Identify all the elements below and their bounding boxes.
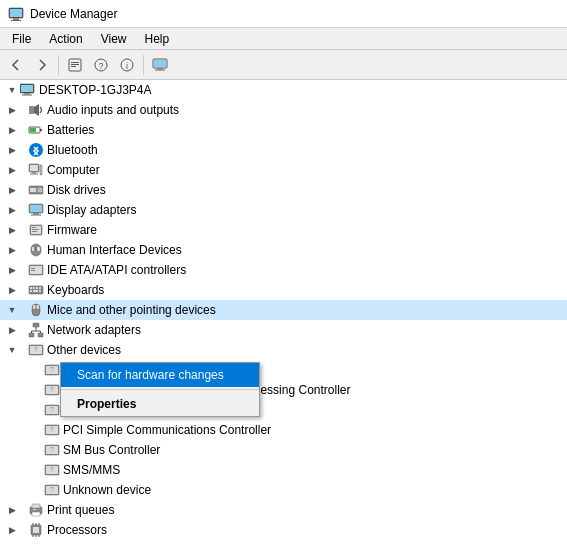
svg-rect-58 — [39, 287, 41, 289]
about-button[interactable]: i — [115, 53, 139, 77]
tree-audio[interactable]: ▶ Audio inputs and outputs — [0, 100, 567, 120]
app-icon — [8, 6, 24, 22]
tree-disk[interactable]: ▶ Disk drives — [0, 180, 567, 200]
sms-icon: ? — [44, 462, 60, 478]
mice-expand[interactable]: ▼ — [4, 302, 20, 318]
tree-keyboard[interactable]: ▶ Keyboards — [0, 280, 567, 300]
svg-rect-68 — [38, 333, 43, 337]
ide-expand[interactable]: ▶ — [4, 262, 20, 278]
menu-view[interactable]: View — [93, 30, 135, 48]
tree-ide[interactable]: ▶ IDE ATA/ATAPI controllers — [0, 260, 567, 280]
svg-rect-59 — [30, 290, 32, 292]
display-adapter-icon — [28, 202, 44, 218]
svg-rect-42 — [32, 227, 36, 228]
svg-text:?: ? — [50, 406, 54, 413]
display-expand[interactable]: ▶ — [4, 202, 20, 218]
tree-processors[interactable]: ▶ Processors — [0, 520, 567, 540]
tree-bluetooth[interactable]: ▶ Bluetooth — [0, 140, 567, 160]
svg-rect-98 — [32, 504, 40, 508]
context-properties[interactable]: Properties — [61, 392, 259, 416]
tree-sm-bus[interactable]: ▶ ? SM Bus Controller — [0, 440, 567, 460]
processors-label: Processors — [47, 523, 107, 537]
firmware-expand[interactable]: ▶ — [4, 222, 20, 238]
svg-rect-1 — [10, 9, 22, 17]
display-label: Display adapters — [47, 203, 136, 217]
svg-rect-48 — [35, 247, 36, 251]
svg-rect-65 — [37, 305, 40, 309]
tree-print[interactable]: ▶ Print queues — [0, 500, 567, 520]
tree-firmware[interactable]: ▶ Firmware — [0, 220, 567, 240]
toolbar-separator-1 — [58, 55, 59, 75]
svg-rect-49 — [36, 247, 37, 251]
tree-other[interactable]: ▼ ? Other devices — [0, 340, 567, 360]
other-expand[interactable]: ▼ — [4, 342, 20, 358]
monitor-button[interactable] — [148, 53, 172, 77]
network-label: Network adapters — [47, 323, 141, 337]
battery-icon — [28, 122, 44, 138]
print-icon — [28, 502, 44, 518]
context-separator — [61, 389, 259, 390]
computer-icon — [20, 82, 36, 98]
svg-rect-7 — [71, 66, 76, 67]
tree-unknown[interactable]: ▶ ? Unknown device — [0, 480, 567, 500]
svg-text:?: ? — [98, 61, 103, 71]
tree-computer[interactable]: ▶ Computer — [0, 160, 567, 180]
processors-expand[interactable]: ▶ — [4, 522, 20, 538]
forward-button[interactable] — [30, 53, 54, 77]
ide-label: IDE ATA/ATAPI controllers — [47, 263, 186, 277]
svg-text:i: i — [126, 61, 128, 71]
svg-rect-44 — [32, 231, 37, 232]
bluetooth-expand[interactable]: ▶ — [4, 142, 20, 158]
svg-rect-18 — [24, 93, 30, 95]
batteries-expand[interactable]: ▶ — [4, 122, 20, 138]
tree-display[interactable]: ▶ Display adapters — [0, 200, 567, 220]
firmware-label: Firmware — [47, 223, 97, 237]
back-button[interactable] — [4, 53, 28, 77]
network-expand[interactable]: ▶ — [4, 322, 20, 338]
svg-rect-6 — [71, 64, 79, 65]
svg-rect-103 — [33, 527, 39, 533]
toolbar: ? i — [0, 50, 567, 80]
context-scan[interactable]: Scan for hardware changes — [61, 363, 259, 387]
disk-expand[interactable]: ▶ — [4, 182, 20, 198]
content-area[interactable]: ▼ DESKTOP-1GJ3P4A ▶ Audio inputs and out… — [0, 80, 567, 550]
hid-expand[interactable]: ▶ — [4, 242, 20, 258]
svg-rect-35 — [30, 188, 36, 192]
tree-hid[interactable]: ▶ Human Interface Devices — [0, 240, 567, 260]
computer-expand[interactable]: ▶ — [4, 162, 20, 178]
menu-action[interactable]: Action — [41, 30, 90, 48]
hid-icon — [28, 242, 44, 258]
audio-expand[interactable]: ▶ — [4, 102, 20, 118]
svg-rect-39 — [31, 215, 41, 216]
help-button[interactable]: ? — [89, 53, 113, 77]
processors-icon — [28, 522, 44, 538]
tree-root[interactable]: ▼ DESKTOP-1GJ3P4A — [0, 80, 567, 100]
tree-batteries[interactable]: ▶ Batteries — [0, 120, 567, 140]
svg-rect-5 — [71, 62, 79, 63]
svg-rect-52 — [31, 268, 35, 269]
svg-rect-28 — [32, 172, 36, 174]
properties-button[interactable] — [63, 53, 87, 77]
menu-file[interactable]: File — [4, 30, 39, 48]
disk-icon — [28, 182, 44, 198]
svg-text:?: ? — [50, 466, 54, 473]
keyboard-icon — [28, 282, 44, 298]
tree-pci-comm[interactable]: ▶ ? PCI Simple Communications Controller — [0, 420, 567, 440]
menu-help[interactable]: Help — [137, 30, 178, 48]
svg-rect-47 — [37, 247, 41, 251]
menu-bar: File Action View Help — [0, 28, 567, 50]
print-expand[interactable]: ▶ — [4, 502, 20, 518]
tree-mice[interactable]: ▼ Mice and other pointing devices — [0, 300, 567, 320]
svg-text:?: ? — [50, 426, 54, 433]
tree-network[interactable]: ▶ Network adapters — [0, 320, 567, 340]
root-expand[interactable]: ▼ — [4, 82, 20, 98]
svg-rect-67 — [29, 333, 34, 337]
other-label: Other devices — [47, 343, 121, 357]
svg-text:?: ? — [50, 386, 54, 393]
keyboard-expand[interactable]: ▶ — [4, 282, 20, 298]
tree-sms[interactable]: ▶ ? SMS/MMS — [0, 460, 567, 480]
pci-comm-icon: ? — [44, 422, 60, 438]
svg-rect-53 — [31, 270, 35, 271]
svg-rect-3 — [11, 20, 21, 21]
root-label: DESKTOP-1GJ3P4A — [39, 83, 152, 97]
